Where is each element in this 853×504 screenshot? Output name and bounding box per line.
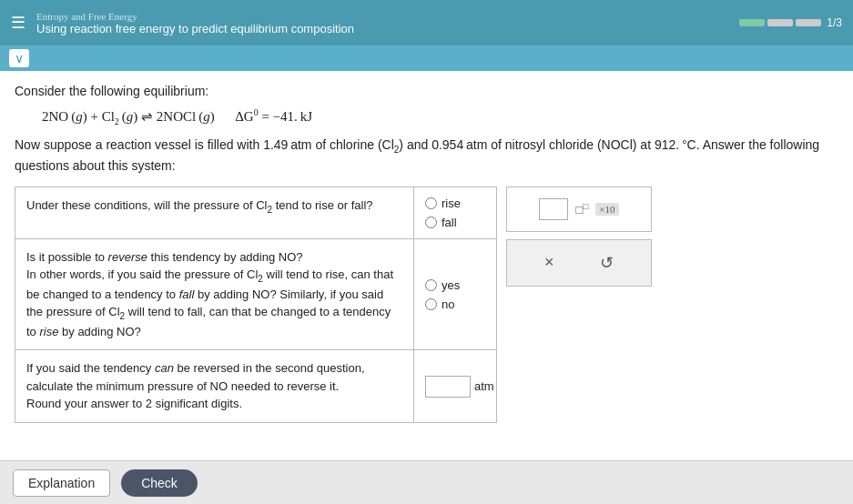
pressure-input[interactable] [425, 376, 471, 398]
sub-header: ∨ [0, 45, 853, 71]
check-button[interactable]: Check [121, 469, 198, 497]
radio-fall-input[interactable] [425, 217, 437, 228]
chevron-button[interactable]: ∨ [9, 49, 29, 67]
question-row-1: Under these conditions, will the pressur… [15, 187, 496, 239]
cross-button[interactable]: × [537, 249, 562, 276]
exponent-input[interactable] [539, 198, 568, 220]
question-1-text: Under these conditions, will the pressur… [15, 187, 414, 238]
exponent-box: □□ ×10 [506, 186, 652, 232]
atm-unit-label: atm [474, 379, 494, 393]
problem-text: Now suppose a reaction vessel is filled … [15, 136, 838, 176]
radio-yes-label: yes [442, 278, 460, 292]
equation-text: 2NO (g) + Cl2 (g) ⇌ 2NOCl (g) ΔG0 = −41.… [42, 109, 312, 124]
question-2-text: Is it possible to reverse this tendency … [15, 239, 414, 350]
radio-no[interactable]: no [425, 297, 485, 311]
header-main-title: Using reaction free energy to predict eq… [36, 22, 354, 35]
progress-seg-2 [767, 19, 793, 26]
radio-rise-label: rise [442, 197, 461, 210]
x10-badge: ×10 [595, 203, 618, 216]
radio-yes[interactable]: yes [425, 278, 485, 292]
progress-area: 1/3 [739, 16, 842, 29]
progress-seg-1 [739, 19, 765, 26]
atm-input-row: atm [425, 376, 485, 398]
question-3-answer: atm [414, 350, 496, 422]
progress-bar [739, 19, 821, 26]
equation-block: 2NO (g) + Cl2 (g) ⇌ 2NOCl (g) ΔG0 = −41.… [42, 107, 838, 126]
header-topic: Entropy and Free Energy [36, 11, 354, 22]
question-3-text: If you said the tendency can be reversed… [15, 350, 414, 422]
radio-rise-input[interactable] [425, 197, 437, 209]
radio-fall-label: fall [442, 216, 457, 229]
header-title-block: Entropy and Free Energy Using reaction f… [36, 11, 354, 35]
explanation-button[interactable]: Explanation [13, 469, 110, 497]
undo-button[interactable]: ↺ [593, 249, 621, 277]
question-row-2: Is it possible to reverse this tendency … [15, 239, 496, 351]
question-1-answer: rise fall [414, 187, 496, 238]
question-row-3: If you said the tendency can be reversed… [15, 350, 496, 422]
radio-no-input[interactable] [425, 298, 437, 310]
intro-text: Consider the following equilibrium: [15, 84, 838, 98]
progress-label: 1/3 [827, 16, 842, 29]
right-panel: □□ ×10 × ↺ [506, 186, 652, 287]
question-2-answer: yes no [414, 239, 496, 350]
radio-yes-input[interactable] [425, 279, 437, 291]
x10-label: □□ [575, 201, 588, 217]
progress-seg-3 [796, 19, 821, 26]
menu-icon[interactable]: ☰ [11, 13, 25, 33]
footer: Explanation Check [0, 460, 853, 504]
app-header: ☰ Entropy and Free Energy Using reaction… [0, 0, 853, 45]
questions-area: Under these conditions, will the pressur… [15, 186, 838, 423]
main-content: Consider the following equilibrium: 2NO … [0, 71, 853, 460]
questions-table: Under these conditions, will the pressur… [15, 186, 497, 423]
radio-rise[interactable]: rise [425, 197, 485, 210]
symbol-box: × ↺ [506, 239, 652, 287]
radio-no-label: no [442, 297, 454, 311]
radio-fall[interactable]: fall [425, 216, 485, 229]
